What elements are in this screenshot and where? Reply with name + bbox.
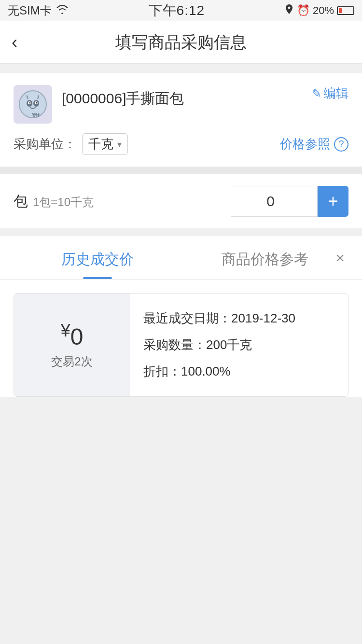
purchase-qty-line: 采购数量：200千克: [143, 336, 334, 354]
tab-product-price-ref[interactable]: 商品价格参考: [181, 236, 348, 279]
svg-point-5: [29, 102, 31, 104]
history-card: ¥0 交易2次 最近成交日期：2019-12-30 采购数量：200千克 折扣：…: [14, 293, 348, 397]
qty-label-section: 包 1包=10千克: [14, 192, 94, 211]
back-button[interactable]: ‹: [12, 32, 17, 53]
tab-price-ref-label: 商品价格参考: [222, 251, 308, 267]
tab-close-button[interactable]: ×: [332, 245, 348, 270]
tab-history-label: 历史成交价: [61, 251, 134, 267]
product-card: 智计 [0000006]手撕面包 ✎ 编辑 采购单位： 千克 ▾ 价格参照 ?: [0, 73, 362, 167]
qty-conversion: 1包=10千克: [33, 195, 94, 210]
question-icon: ?: [334, 137, 348, 152]
svg-point-6: [36, 102, 38, 104]
edit-button[interactable]: ✎ 编辑: [312, 85, 348, 102]
wifi-icon: [56, 4, 69, 17]
page-background: [0, 410, 362, 644]
purchase-qty-label: 采购数量：: [143, 337, 206, 352]
location-icon: [284, 4, 294, 17]
unit-dropdown[interactable]: 千克 ▾: [82, 133, 128, 155]
svg-text:智计: 智计: [31, 113, 40, 117]
product-header: 智计 [0000006]手撕面包 ✎ 编辑: [14, 85, 348, 124]
history-trades: 交易2次: [51, 354, 92, 369]
purchase-qty-value: 200千克: [206, 337, 252, 352]
edit-icon: ✎: [312, 87, 321, 100]
nav-bar: ‹ 填写商品采购信息: [0, 21, 362, 64]
status-bar: 无SIM卡 下午6:12 ⏰ 20%: [0, 0, 362, 21]
discount-value: 100.00%: [181, 364, 231, 378]
battery-icon: [337, 6, 354, 15]
history-price-section: ¥0 交易2次: [14, 294, 130, 396]
product-name: [0000006]手撕面包: [62, 85, 184, 109]
bottom-panel: 历史成交价 商品价格参考 × ¥0 交易2次 最近成交日期：2019-12-30…: [0, 236, 362, 397]
recent-date-value: 2019-12-30: [231, 311, 295, 325]
recent-date-line: 最近成交日期：2019-12-30: [143, 309, 334, 328]
tabs-row: 历史成交价 商品价格参考 ×: [0, 236, 362, 280]
qty-plus-button[interactable]: +: [318, 186, 348, 217]
network-label: 无SIM卡: [8, 3, 52, 18]
unit-section: 采购单位： 千克 ▾: [14, 133, 128, 155]
qty-input-section: +: [231, 186, 348, 217]
recent-date-label: 最近成交日期：: [143, 311, 231, 325]
battery-percent: 20%: [313, 4, 334, 17]
edit-label: 编辑: [323, 85, 348, 102]
history-details-section: 最近成交日期：2019-12-30 采购数量：200千克 折扣：100.00%: [130, 294, 348, 396]
unit-label: 采购单位：: [14, 136, 76, 153]
price-ref-label: 价格参照: [280, 136, 330, 153]
chevron-down-icon: ▾: [117, 139, 122, 150]
status-left: 无SIM卡: [8, 3, 69, 18]
alarm-icon: ⏰: [297, 4, 310, 17]
price-ref-button[interactable]: 价格参照 ?: [280, 136, 348, 153]
history-price-value: ¥0: [61, 321, 84, 350]
status-right: ⏰ 20%: [284, 4, 354, 17]
section-divider: [0, 167, 362, 174]
quantity-row: 包 1包=10千克 +: [0, 174, 362, 228]
status-time: 下午6:12: [149, 1, 205, 20]
discount-label: 折扣：: [143, 364, 181, 378]
page-title: 填写商品采购信息: [115, 31, 247, 54]
currency-symbol: ¥: [61, 321, 70, 340]
product-left: 智计 [0000006]手撕面包: [14, 85, 184, 124]
unit-value: 千克: [88, 136, 113, 153]
product-image: 智计: [14, 85, 52, 124]
product-footer: 采购单位： 千克 ▾ 价格参照 ?: [14, 133, 348, 155]
tab-history-price[interactable]: 历史成交价: [14, 236, 181, 279]
quantity-input[interactable]: [231, 186, 318, 217]
discount-line: 折扣：100.00%: [143, 362, 334, 381]
price-amount: 0: [70, 324, 84, 350]
qty-unit-label: 包: [14, 192, 28, 211]
